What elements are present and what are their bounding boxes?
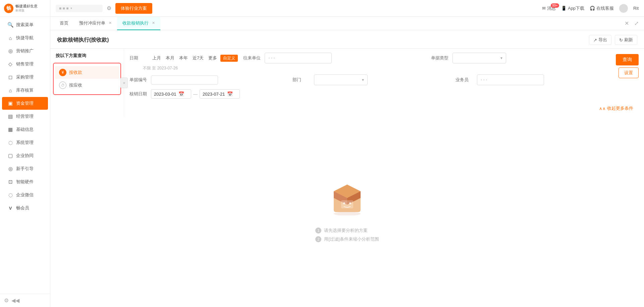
dept-group: 部门 ▾ bbox=[292, 74, 450, 85]
sidebar-item-enterprise[interactable]: ▢ 企业协同 bbox=[2, 149, 48, 162]
tab-prepay-label: 预付冲应付单 bbox=[79, 20, 105, 26]
filter-sidebar: 按以下方案查询 ¥ 按收款 ⏱ 按应收 « bbox=[50, 49, 124, 117]
collapse-icon: ∧∧ bbox=[599, 106, 606, 111]
sidebar-item-shortcut[interactable]: ⌂ 快捷导航 bbox=[2, 32, 48, 44]
sidebar-menu: 🔍 搜索菜单 ⌂ 快捷导航 ◎ 营销推广 ◇ 销售管理 ◻ 采购管理 ⌂ 库存核… bbox=[0, 17, 50, 294]
message-icon: ✉ bbox=[542, 6, 546, 11]
sidebar-item-finance[interactable]: ▣ 资金管理 bbox=[2, 97, 48, 110]
verify-date-group: 核销日期 2023-03-01 📅 — 2023-07-21 bbox=[129, 89, 613, 99]
counterpart-input[interactable]: ··· bbox=[265, 53, 332, 63]
message-badge: 99+ bbox=[551, 3, 559, 8]
app-download-action[interactable]: 📱 App下载 bbox=[561, 5, 584, 11]
shortcut-more[interactable]: 更多 bbox=[207, 54, 218, 62]
filter-collapse-button[interactable]: « bbox=[120, 78, 128, 88]
calendar-start-icon: 📅 bbox=[178, 91, 184, 97]
doctype-select[interactable]: ▾ bbox=[452, 53, 506, 63]
logo-icon: 畅 bbox=[4, 4, 13, 13]
sidebar-item-marketing[interactable]: ◎ 营销推广 bbox=[2, 45, 48, 57]
collapse-sidebar-icon[interactable]: ◀◀ bbox=[11, 297, 19, 304]
filter-by-collection[interactable]: ¥ 按收款 bbox=[55, 66, 119, 79]
dept-label: 部门 bbox=[292, 77, 311, 83]
tab-home[interactable]: 首页 bbox=[54, 17, 74, 30]
online-service-action[interactable]: 🎧 在线客服 bbox=[590, 5, 614, 11]
online-service-icon: 🎧 bbox=[590, 6, 595, 11]
date-group: 日期 上月 本月 本年 近7天 更多 自定义 bbox=[129, 54, 238, 62]
filter-box: ¥ 按收款 ⏱ 按应收 bbox=[53, 63, 121, 95]
dept-chevron-icon: ▾ bbox=[362, 78, 364, 82]
settings-button[interactable]: 设置 bbox=[619, 67, 639, 78]
sidebar-item-purchase[interactable]: ◻ 采购管理 bbox=[2, 71, 48, 84]
dept-select[interactable]: ▾ bbox=[314, 74, 368, 85]
sidebar-item-label: 采购管理 bbox=[16, 74, 34, 80]
settings-bottom-icon[interactable]: ⚙ bbox=[4, 297, 9, 304]
sidebar-item-inventory[interactable]: ⌂ 库存核算 bbox=[2, 84, 48, 97]
docno-label: 单据编号 bbox=[129, 77, 148, 83]
doctype-group: 单据类型 ▾ bbox=[431, 53, 613, 63]
date-shortcuts: 上月 本月 本年 近7天 更多 自定义 bbox=[151, 54, 238, 62]
refresh-icon: ↻ bbox=[619, 38, 623, 43]
sidebar-item-guide[interactable]: ◎ 新手引导 bbox=[2, 162, 48, 175]
shortcut-this-month[interactable]: 本月 bbox=[164, 54, 176, 62]
tab-collection-close[interactable]: ✕ bbox=[152, 21, 155, 25]
empty-hints: 1 请先选择要分析的方案 2 用[过滤]条件来缩小分析范围 bbox=[315, 227, 379, 242]
sidebar-item-basic[interactable]: ▦ 基础信息 bbox=[2, 123, 48, 136]
page-title: 收款核销执行(按收款) bbox=[57, 37, 109, 44]
sidebar-item-sales[interactable]: ◇ 销售管理 bbox=[2, 58, 48, 70]
sidebar-item-search[interactable]: 🔍 搜索菜单 bbox=[2, 18, 48, 31]
collapse-btn-label: 收起更多条件 bbox=[607, 105, 633, 111]
form-row-2: 单据编号 部门 ▾ 业务员 bbox=[129, 74, 613, 85]
by-receivable-icon: ⏱ bbox=[59, 82, 66, 89]
sidebar-item-label: 基础信息 bbox=[16, 126, 34, 133]
svg-point-6 bbox=[343, 202, 345, 204]
query-button[interactable]: 查询 bbox=[616, 54, 639, 65]
message-action[interactable]: ✉ 消息 99+ bbox=[542, 5, 556, 11]
main-area: ■ ■ ■ ▾ ⚙ 体验行业方案 ✉ 消息 99+ 📱 App下载 🎧 在线客服… bbox=[50, 0, 644, 307]
logo-text: 畅捷通好生意 bbox=[15, 4, 38, 8]
topbar-gear-icon[interactable]: ⚙ bbox=[107, 5, 111, 11]
by-collection-icon: ¥ bbox=[59, 69, 66, 76]
sidebar-item-label: 库存核算 bbox=[16, 87, 34, 93]
tab-prepay-close[interactable]: ✕ bbox=[109, 21, 112, 25]
empty-hint-1: 1 请先选择要分析的方案 bbox=[315, 227, 379, 234]
date-custom-tag[interactable]: 自定义 bbox=[220, 55, 238, 62]
date-no-limit-text: 不限 bbox=[143, 66, 151, 70]
tab-collection[interactable]: 收款核销执行 ✕ bbox=[117, 17, 160, 30]
topbar: ■ ■ ■ ▾ ⚙ 体验行业方案 ✉ 消息 99+ 📱 App下载 🎧 在线客服… bbox=[50, 0, 644, 17]
date-label: 日期 bbox=[129, 55, 148, 61]
logo-area: 畅 畅捷通好生意 标准版 bbox=[0, 0, 50, 17]
collapse-conditions[interactable]: ∧∧ 收起更多条件 bbox=[129, 103, 639, 113]
doctype-label: 单据类型 bbox=[431, 55, 450, 61]
counterpart-group: 往来单位 ··· bbox=[243, 53, 425, 63]
shortcut-7days[interactable]: 近7天 bbox=[191, 54, 205, 62]
tab-prepay[interactable]: 预付冲应付单 ✕ bbox=[74, 17, 117, 30]
tab-close-all-btn[interactable]: ✕ bbox=[623, 19, 630, 28]
solution-button[interactable]: 体验行业方案 bbox=[115, 3, 152, 14]
sidebar-item-label: 新手引导 bbox=[16, 166, 34, 172]
tab-home-label: 首页 bbox=[60, 20, 68, 26]
hardware-icon: ⊡ bbox=[7, 179, 13, 185]
docno-input[interactable] bbox=[151, 75, 218, 85]
finance-icon: ▣ bbox=[7, 100, 13, 106]
sidebar-item-hardware[interactable]: ⊡ 智能硬件 bbox=[2, 175, 48, 188]
basic-icon: ▦ bbox=[7, 126, 13, 133]
verify-date-start-input[interactable]: 2023-03-01 📅 bbox=[151, 89, 191, 99]
shortcut-this-year[interactable]: 本年 bbox=[178, 54, 189, 62]
sidebar-item-label: 畅会员 bbox=[16, 205, 29, 211]
shortcut-last-month[interactable]: 上月 bbox=[151, 54, 162, 62]
tabbar-actions: ✕ ⤢ bbox=[623, 19, 640, 28]
tab-expand-btn[interactable]: ⤢ bbox=[633, 19, 640, 28]
topbar-dropdown-icon[interactable]: ▾ bbox=[70, 6, 72, 10]
sidebar-item-operation[interactable]: ▤ 经营管理 bbox=[2, 110, 48, 123]
sidebar-item-member[interactable]: V 畅会员 bbox=[2, 202, 48, 214]
verify-date-label: 核销日期 bbox=[129, 91, 148, 97]
filter-by-receivable-label: 按应收 bbox=[69, 82, 82, 88]
export-button[interactable]: ↗ 导出 bbox=[589, 35, 611, 45]
sidebar-item-system[interactable]: ◌ 系统管理 bbox=[2, 136, 48, 149]
refresh-label: 刷新 bbox=[624, 37, 633, 43]
filter-by-receivable[interactable]: ⏱ 按应收 bbox=[55, 79, 119, 92]
verify-date-end-input[interactable]: 2023-07-21 📅 bbox=[200, 89, 240, 99]
employee-input[interactable]: ··· bbox=[477, 74, 544, 85]
sidebar-item-wechat[interactable]: ◌ 企业微信 bbox=[2, 189, 48, 201]
calendar-end-icon: 📅 bbox=[227, 91, 233, 97]
refresh-button[interactable]: ↻ 刷新 bbox=[615, 35, 637, 45]
